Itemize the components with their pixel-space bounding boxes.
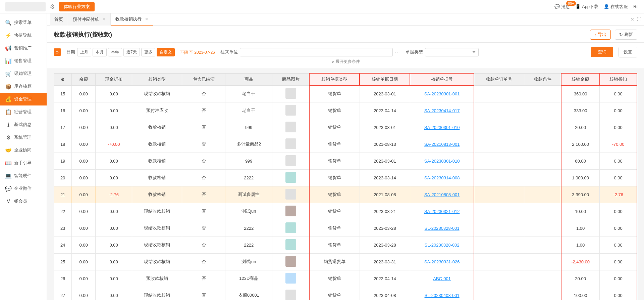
sidebar-item-collab[interactable]: 🤝 企业协同 bbox=[0, 144, 47, 157]
cell-doc-type: 销货单 bbox=[309, 203, 360, 220]
settings-button[interactable]: 设置 bbox=[619, 47, 637, 57]
cell-goods-img bbox=[272, 203, 309, 220]
cell-doc-no[interactable]: SA-20230414-017 bbox=[410, 102, 474, 119]
cell-doc-no[interactable]: SA-20230331-026 bbox=[410, 253, 474, 270]
cell-doc-no[interactable]: SA-20210808-001 bbox=[410, 186, 474, 203]
cell-doc-no[interactable]: SA-20230321-012 bbox=[410, 203, 474, 220]
cell-doc-no[interactable]: SL-20230328-002 bbox=[410, 237, 474, 253]
table-row: 23 0.00 0.00 现结收款核销 否 2222 销货单 2023-03-2… bbox=[54, 220, 637, 237]
cell-balance: 0.00 bbox=[72, 119, 96, 136]
settings-icon[interactable]: ⚙ bbox=[50, 3, 55, 10]
sidebar-item-nav[interactable]: ⚡ 快捷导航 bbox=[0, 29, 47, 42]
sidebar-label-basic: 基础信息 bbox=[14, 122, 32, 128]
cell-cash-discount: -70.00 bbox=[95, 136, 132, 153]
cell-doc-type: 销货单 bbox=[309, 287, 360, 300]
col-settings[interactable]: ⚙ bbox=[54, 73, 72, 85]
tab-prepay-close[interactable]: ✕ bbox=[102, 17, 106, 22]
cell-doc-no[interactable]: SA-20230301-010 bbox=[410, 119, 474, 136]
sidebar-item-wechat[interactable]: 💬 企业微信 bbox=[0, 182, 47, 195]
cell-order-no bbox=[474, 153, 524, 169]
top-actions: 💬 消息 99+ 📱 App下载 👤 在线客服 Rit bbox=[554, 4, 639, 10]
sidebar-item-finance[interactable]: 💰 资金管理 bbox=[0, 93, 47, 105]
table-row: 20 0.00 0.00 收款核销 否 2222 销货单 2023-03-14 … bbox=[54, 169, 637, 186]
online-service-btn[interactable]: 👤 在线客服 bbox=[604, 4, 628, 10]
cell-doc-no[interactable]: ABC-001 bbox=[410, 270, 474, 287]
cell-doc-no[interactable]: SL-20230328-001 bbox=[410, 220, 474, 237]
cell-doc-type: 销货单 bbox=[309, 102, 360, 119]
sidebar-item-purchase[interactable]: 🛒 采购管理 bbox=[0, 67, 47, 80]
type-select[interactable] bbox=[425, 48, 479, 56]
sidebar-label-nav: 快捷导航 bbox=[14, 32, 32, 38]
expand-more-btn[interactable]: ∨ 展开更多条件 bbox=[54, 57, 637, 65]
cell-cash-discount: -2.76 bbox=[95, 186, 132, 203]
cell-goods-img bbox=[272, 287, 309, 300]
sidebar-item-vip[interactable]: V 畅会员 bbox=[0, 195, 47, 208]
message-btn[interactable]: 💬 消息 99+ bbox=[554, 4, 570, 10]
table-row: 17 0.00 0.00 收款核销 否 999 销货单 2023-03-01 S… bbox=[54, 119, 637, 136]
sidebar-label-finance: 资金管理 bbox=[14, 96, 32, 102]
date-this-year[interactable]: 本年 bbox=[108, 48, 122, 56]
sidebar-item-operations[interactable]: 📋 经营管理 bbox=[0, 105, 47, 118]
date-more[interactable]: 更多 bbox=[141, 48, 155, 56]
partner-input[interactable] bbox=[240, 48, 393, 56]
cell-doc-no[interactable]: SA-20230301-010 bbox=[410, 153, 474, 169]
date-7days[interactable]: 近7天 bbox=[123, 48, 140, 56]
cell-discount: 0.00 bbox=[600, 169, 637, 186]
tab-verify[interactable]: 收款核销执行 ✕ bbox=[111, 13, 153, 26]
sidebar-label-operations: 经营管理 bbox=[14, 109, 32, 115]
cell-goods: 老白干 bbox=[225, 85, 272, 102]
cell-included: 否 bbox=[182, 253, 225, 270]
date-custom[interactable]: 自定义 bbox=[157, 48, 175, 56]
sidebar-item-sales[interactable]: 📊 销售管理 bbox=[0, 54, 47, 67]
cell-balance: 0.00 bbox=[72, 153, 96, 169]
cell-cash-discount: 0.00 bbox=[95, 253, 132, 270]
tab-close-all-icon[interactable]: ✕ bbox=[631, 17, 634, 22]
cell-order-no bbox=[474, 136, 524, 153]
cell-type: 收款核销 bbox=[132, 169, 182, 186]
date-this-month[interactable]: 本月 bbox=[93, 48, 107, 56]
cell-doc-no[interactable]: SA-20230301-001 bbox=[410, 85, 474, 102]
table-row: 16 0.00 0.00 预付冲应收 否 老白干 销货单 2023-04-14 … bbox=[54, 102, 637, 119]
operations-icon: 📋 bbox=[5, 109, 11, 115]
sidebar-item-inventory[interactable]: 📦 库存核算 bbox=[0, 80, 47, 93]
sidebar-item-guide[interactable]: 📖 新手引导 bbox=[0, 157, 47, 169]
tab-prepay[interactable]: 预付冲应付单 ✕ bbox=[68, 13, 111, 26]
industry-btn[interactable]: 体验行业方案 bbox=[59, 2, 95, 11]
date-label: 日期 bbox=[66, 49, 75, 55]
cell-balance: 0.00 bbox=[72, 85, 96, 102]
cell-discount: 0.00 bbox=[600, 203, 637, 220]
sidebar-item-marketing[interactable]: 📢 营销推广 bbox=[0, 42, 47, 54]
cell-cash-discount: 0.00 bbox=[95, 237, 132, 253]
cell-cash-discount: 0.00 bbox=[95, 220, 132, 237]
table-row: 22 0.00 0.00 现结收款核销 否 测试jun 销货单 2023-03-… bbox=[54, 203, 637, 220]
sidebar-item-hardware[interactable]: 💻 智能硬件 bbox=[0, 169, 47, 182]
date-last-month[interactable]: 上月 bbox=[77, 48, 91, 56]
cell-doc-no[interactable]: SL-20230408-001 bbox=[410, 287, 474, 300]
cell-id: 25 bbox=[54, 253, 72, 270]
cell-order-no bbox=[474, 237, 524, 253]
cell-doc-no[interactable]: SA-20210813-001 bbox=[410, 136, 474, 153]
refresh-button[interactable]: ↻ 刷新 bbox=[615, 30, 637, 40]
right-panel: 首页 预付冲应付单 ✕ 收款核销执行 ✕ ✕ ⛶ 收款核销执行(按收款) bbox=[47, 13, 644, 300]
cell-id: 17 bbox=[54, 119, 72, 136]
cell-included: 否 bbox=[182, 287, 225, 300]
col-payment-cond: 收款条件 bbox=[524, 73, 561, 85]
export-icon: ↑ bbox=[594, 32, 597, 37]
tab-verify-close[interactable]: ✕ bbox=[145, 17, 148, 22]
query-button[interactable]: 查询 bbox=[591, 47, 613, 57]
sidebar-item-basic[interactable]: ℹ 基础信息 bbox=[0, 118, 47, 131]
filter-arrow-btn[interactable]: » bbox=[54, 48, 61, 56]
cell-goods-img bbox=[272, 220, 309, 237]
cell-doc-date: 2023-03-01 bbox=[360, 153, 410, 169]
col-included: 包含已结清 bbox=[182, 73, 225, 85]
tab-expand-icon[interactable]: ⛶ bbox=[637, 17, 641, 22]
sidebar-item-search[interactable]: 🔍 搜索菜单 bbox=[0, 16, 47, 29]
cell-type: 收款核销 bbox=[132, 153, 182, 169]
tab-home[interactable]: 首页 bbox=[50, 13, 68, 26]
sidebar-item-system[interactable]: ⚙ 系统管理 bbox=[0, 131, 47, 144]
cell-payment-cond bbox=[524, 153, 561, 169]
cell-doc-no[interactable]: SA-20230314-008 bbox=[410, 169, 474, 186]
export-button[interactable]: ↑ 导出 bbox=[590, 30, 611, 40]
user-name[interactable]: Rit bbox=[633, 4, 639, 9]
app-download-btn[interactable]: 📱 App下载 bbox=[575, 4, 598, 10]
